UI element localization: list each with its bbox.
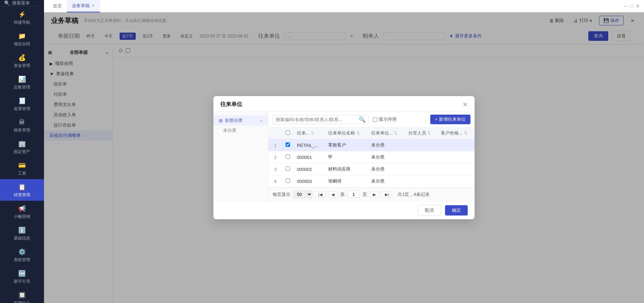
sort-icon[interactable]: ⇅ bbox=[427, 130, 431, 136]
sidebar-item-invoice[interactable]: 🧾 发票管理 bbox=[0, 93, 44, 115]
sidebar-item-label: 工资 bbox=[18, 171, 26, 176]
row-price bbox=[437, 151, 475, 163]
row-name: 张嗣得 bbox=[325, 175, 367, 187]
confirm-button[interactable]: 确定 bbox=[445, 205, 468, 215]
salary-icon: 💳 bbox=[18, 162, 26, 169]
row-name: 零散客户 bbox=[325, 139, 367, 151]
dialog-close-button[interactable]: ✕ bbox=[463, 102, 468, 108]
row-manager bbox=[405, 175, 438, 187]
sidebar-item-label: 系统管理 bbox=[14, 257, 30, 263]
sort-icon[interactable]: ⇅ bbox=[394, 130, 398, 136]
row-code: 000003 bbox=[293, 175, 325, 187]
row-checkbox[interactable] bbox=[286, 178, 290, 183]
sidebar-item-finance[interactable]: 💰 资金管理 bbox=[0, 50, 44, 71]
dialog-search-input[interactable] bbox=[276, 117, 357, 122]
select-all-dialog-checkbox[interactable] bbox=[286, 130, 290, 135]
sidebar-item-system[interactable]: ⚙️ 系统管理 bbox=[0, 244, 44, 266]
minimize-icon[interactable]: ─ bbox=[624, 3, 628, 9]
sidebar-item-label: 固定资产 bbox=[14, 149, 30, 155]
sidebar-item-project[interactable]: 📁 项目合同 bbox=[0, 28, 44, 50]
row-checkbox-cell[interactable] bbox=[282, 139, 293, 151]
add-partner-button[interactable]: + 新增往来单位 bbox=[430, 115, 470, 124]
cancel-button[interactable]: 取消 bbox=[418, 205, 441, 216]
row-category: 未分类 bbox=[368, 175, 405, 187]
sidebar-item-guide[interactable]: 🆕 新手引导 bbox=[0, 266, 44, 287]
tabbar: 首页 业务草稿 ✕ ─ □ ✕ bbox=[44, 0, 644, 12]
dialog-table: 往来... ⇅ 往来单位名称 ⇅ 往来单位... ⇅ 分管人员 ⇅ 客户价格..… bbox=[268, 127, 475, 187]
tab-home[interactable]: 首页 bbox=[48, 0, 67, 12]
per-page-select[interactable]: 50 20 100 bbox=[293, 190, 312, 198]
prev-page-btn[interactable]: ◀ bbox=[328, 191, 337, 198]
sidebar-item-app[interactable]: 🔲 应用中心 bbox=[0, 287, 44, 303]
sidebar-item-label: 快捷导航 bbox=[14, 20, 30, 25]
basic-icon: ℹ️ bbox=[18, 226, 26, 234]
dialog-overlay: 往来单位 ✕ ⊞ 全部分类 « 未分类 bbox=[44, 12, 644, 303]
page-number-input[interactable] bbox=[347, 191, 360, 198]
dialog-cat-all[interactable]: ⊞ 全部分类 « bbox=[213, 115, 268, 126]
sort-icon[interactable]: ⇅ bbox=[356, 130, 360, 136]
dialog-title: 往来单位 bbox=[220, 101, 242, 108]
close-icon[interactable]: ✕ bbox=[92, 3, 95, 8]
system-icon: ⚙️ bbox=[18, 248, 26, 256]
row-num: 2 bbox=[268, 151, 282, 163]
last-page-btn[interactable]: ▶| bbox=[382, 191, 392, 198]
table-header-row: 往来... ⇅ 往来单位名称 ⇅ 往来单位... ⇅ 分管人员 ⇅ 客户价格..… bbox=[268, 127, 475, 139]
dialog-body: ⊞ 全部分类 « 未分类 bbox=[213, 112, 475, 201]
sidebar-item-label: 资金管理 bbox=[14, 63, 30, 69]
cat-toggle-icon[interactable]: « bbox=[260, 118, 263, 123]
sort-icon[interactable]: ⇅ bbox=[464, 130, 468, 136]
row-checkbox[interactable] bbox=[286, 142, 290, 147]
window-close-icon[interactable]: ✕ bbox=[636, 3, 640, 9]
invoice-icon: 🧾 bbox=[18, 97, 26, 105]
next-page-btn[interactable]: ▶ bbox=[370, 191, 379, 198]
first-page-btn[interactable]: |◀ bbox=[315, 191, 325, 198]
row-price bbox=[437, 175, 475, 187]
row-checkbox-cell[interactable] bbox=[282, 151, 293, 163]
show-disabled-label[interactable]: 显示停用 bbox=[373, 116, 397, 123]
sidebar-item-marketing[interactable]: 📢 小畅营销 bbox=[0, 201, 44, 222]
dialog-pagination: 每页显示 50 20 100 |◀ ◀ 第 页 ▶ bbox=[268, 187, 475, 201]
sidebar-logo-label: 搜索菜单 bbox=[12, 0, 30, 6]
sidebar-item-ops[interactable]: 📋 经营管理 bbox=[0, 179, 44, 201]
sidebar-item-label: 经营管理 bbox=[14, 192, 30, 198]
sidebar-item-tax[interactable]: 🏛 税务管理 bbox=[0, 115, 44, 136]
maximize-icon[interactable]: □ bbox=[630, 3, 633, 9]
marketing-icon: 📢 bbox=[18, 205, 26, 212]
tax-icon: 🏛 bbox=[19, 119, 25, 126]
col-name: 往来单位名称 ⇅ bbox=[325, 127, 367, 139]
search-icon: 🔍 bbox=[359, 116, 366, 123]
sidebar-item-accounting[interactable]: 📊 总账管理 bbox=[0, 71, 44, 93]
app-icon: 🔲 bbox=[18, 291, 26, 299]
show-disabled-checkbox[interactable] bbox=[373, 117, 377, 122]
row-num: 3 bbox=[268, 163, 282, 175]
sidebar-item-salary[interactable]: 💳 工资 bbox=[0, 158, 44, 179]
sidebar-item-basic[interactable]: ℹ️ 基础信息 bbox=[0, 222, 44, 244]
dialog-search-box[interactable]: 🔍 bbox=[273, 115, 369, 124]
table-row[interactable]: 3 000002 材料供应商 未分类 bbox=[268, 163, 475, 175]
sidebar-item-label: 新手引导 bbox=[14, 279, 30, 284]
row-checkbox[interactable] bbox=[286, 154, 290, 159]
sidebar-item-quicknav[interactable]: ⚡ 快捷导航 bbox=[0, 7, 44, 28]
guide-icon: 🆕 bbox=[18, 270, 26, 277]
row-checkbox-cell[interactable] bbox=[282, 163, 293, 175]
sidebar-item-assets[interactable]: 🏢 固定资产 bbox=[0, 136, 44, 158]
row-name: 材料供应商 bbox=[325, 163, 367, 175]
dialog-category-panel: ⊞ 全部分类 « 未分类 bbox=[213, 112, 268, 201]
sidebar-logo[interactable]: 🔍 搜索菜单 bbox=[0, 0, 44, 7]
row-checkbox[interactable] bbox=[286, 166, 290, 171]
table-row[interactable]: 4 000003 张嗣得 未分类 bbox=[268, 175, 475, 187]
partner-dialog: 往来单位 ✕ ⊞ 全部分类 « 未分类 bbox=[213, 96, 475, 219]
table-row[interactable]: 1 RETAIL_... 零散客户 未分类 bbox=[268, 139, 475, 151]
dialog-toolbar: 🔍 显示停用 + 新增往来单位 bbox=[268, 112, 475, 127]
dialog-cat-unclassified[interactable]: 未分类 bbox=[213, 126, 268, 135]
row-manager bbox=[405, 163, 438, 175]
table-row[interactable]: 2 000001 甲 未分类 bbox=[268, 151, 475, 163]
row-checkbox-cell[interactable] bbox=[282, 175, 293, 187]
sidebar-item-label: 项目合同 bbox=[14, 41, 30, 47]
tab-draft[interactable]: 业务草稿 ✕ bbox=[67, 0, 100, 12]
sort-icon[interactable]: ⇅ bbox=[311, 130, 314, 136]
row-price bbox=[437, 139, 475, 151]
search-icon: 🔍 bbox=[4, 0, 10, 6]
row-num: 1 bbox=[268, 139, 282, 151]
col-num bbox=[268, 127, 282, 139]
